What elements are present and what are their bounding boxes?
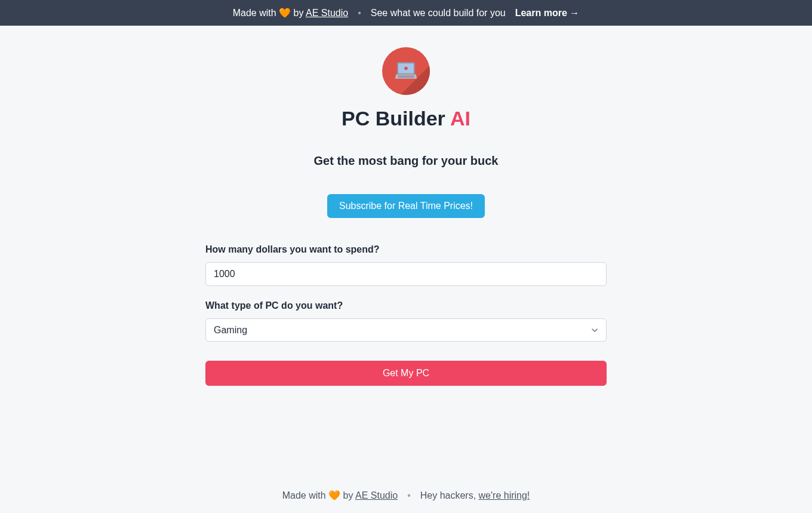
pc-type-select[interactable]: Gaming <box>205 318 607 342</box>
page-title: PC Builder AI <box>342 107 470 130</box>
select-wrapper: Gaming <box>205 318 607 342</box>
laptop-icon <box>393 58 419 84</box>
main-content: PC Builder AI Get the most bang for your… <box>0 26 812 478</box>
title-prefix: PC Builder <box>342 107 450 130</box>
banner-made-with: Made with 🧡 by AE Studio <box>233 7 348 19</box>
banner-studio-link[interactable]: AE Studio <box>306 8 348 18</box>
form-container: How many dollars you want to spend? What… <box>205 244 607 386</box>
logo-circle <box>382 47 430 95</box>
footer-made-with: Made with 🧡 by AE Studio <box>282 490 398 501</box>
budget-input[interactable] <box>205 262 607 286</box>
footer-bullet: • <box>407 490 411 501</box>
banner-tagline: See what we could build for you <box>371 8 506 19</box>
footer-hiring-link[interactable]: we're hiring! <box>479 490 530 500</box>
footer-hiring-prefix: Hey hackers, <box>420 490 479 500</box>
top-banner: Made with 🧡 by AE Studio • See what we c… <box>0 0 812 26</box>
page-subtitle: Get the most bang for your buck <box>314 154 499 168</box>
pc-type-label: What type of PC do you want? <box>205 300 607 311</box>
banner-learn-more-link[interactable]: Learn more → <box>515 8 580 19</box>
footer-made-with-text: Made with 🧡 by <box>282 490 355 500</box>
banner-made-with-text: Made with 🧡 by <box>233 8 306 18</box>
banner-bullet-1: • <box>358 8 361 19</box>
budget-label: How many dollars you want to spend? <box>205 244 607 255</box>
footer: Made with 🧡 by AE Studio • Hey hackers, … <box>0 478 812 513</box>
subscribe-button[interactable]: Subscribe for Real Time Prices! <box>327 194 485 218</box>
footer-hiring: Hey hackers, we're hiring! <box>420 490 530 501</box>
footer-studio-link[interactable]: AE Studio <box>355 490 398 500</box>
get-my-pc-button[interactable]: Get My PC <box>205 361 607 386</box>
title-accent: AI <box>450 107 470 130</box>
